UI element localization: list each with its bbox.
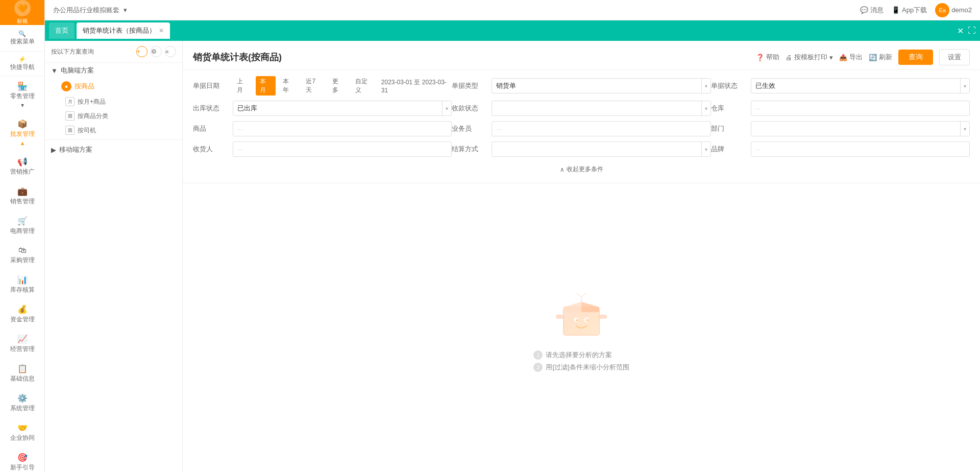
settle-dropdown-btn[interactable]: ▾ [701,142,710,156]
app-logo[interactable]: 🧡 标账 [0,0,45,25]
quick-nav[interactable]: ⚡ 快捷导航 [0,52,44,76]
recipient-input[interactable]: ··· [233,141,452,157]
date-range: 2023-03-01 至 2023-03-31 [381,78,452,94]
tree-by-warehouse[interactable]: 圆 按司机 [45,123,182,137]
bill-type-input[interactable]: 销货单 ▾ [492,78,710,93]
add-scheme-btn[interactable]: + [136,46,148,57]
brand-dots: ··· [755,146,761,153]
help-btn[interactable]: ❓ 帮助 [756,53,779,62]
sidebar-item-finance[interactable]: 💰 资金管理 [0,299,44,329]
sales-label: 销售管理 [10,197,35,206]
receive-status-input[interactable]: ▾ [492,101,710,116]
inventory-icon: 📊 [17,275,28,285]
tab-close-icon[interactable]: ✕ [159,27,164,34]
print-btn[interactable]: 🖨 按模板打印 ▾ [786,53,833,62]
date-last-month[interactable]: 上月 [233,76,253,96]
out-status-input[interactable]: 已出库 ▾ [233,101,452,116]
tree-mobile-label: 移动端方案 [59,145,92,154]
sales-icon: 💼 [17,186,28,196]
brand-input[interactable]: ··· [751,141,970,157]
department-label: 部门 [711,124,747,133]
department-dropdown-btn[interactable]: ▾ [960,122,969,136]
tree-by-goods[interactable]: ● 按商品 [45,78,182,95]
date-this-year[interactable]: 本年 [279,76,299,96]
sidebar-item-basic[interactable]: 📋 基础信息 [0,359,44,388]
sidebar-item-operations[interactable]: 📈 经营管理 [0,329,44,359]
goods-dots: ··· [237,125,243,133]
settle-input[interactable]: ▾ [492,141,710,157]
finance-icon: 💰 [17,304,28,314]
tree-by-category[interactable]: 圆 按商品分类 [45,109,182,123]
refresh-label: 刷新 [879,53,892,62]
ecommerce-icon: 🛒 [17,216,28,226]
bill-status-label: 单据状态 [711,81,747,90]
export-label: 导出 [849,53,863,62]
date-this-month[interactable]: 本月 [256,76,276,96]
tab-report[interactable]: 销货单统计表（按商品） ✕ [77,22,170,39]
page-title: 销货单统计表(按商品) [193,51,282,63]
refresh-btn[interactable]: 🔄 刷新 [869,53,892,62]
bill-status-chevron-icon: ▾ [964,83,966,89]
avatar: Ea [935,3,949,17]
tree-mobile[interactable]: ▶ 移动端方案 [45,142,182,157]
bill-status-dropdown-btn[interactable]: ▾ [960,79,969,93]
message-btn[interactable]: 💬 消息 [860,6,884,15]
salesman-input[interactable]: ··· [492,121,710,136]
sidebar-search[interactable]: 🔍 搜索菜单 [0,25,44,52]
left-panel-title: 按以下方案查询 [51,48,133,56]
collapse-btn[interactable]: ∧ 收起更多条件 [193,162,970,177]
tree-by-month-goods[interactable]: 月 按月+商品 [45,95,182,109]
goods-input[interactable]: ··· [233,121,452,136]
date-custom[interactable]: 自定义 [351,76,377,96]
bill-type-dropdown-btn[interactable]: ▾ [701,79,710,93]
tree-category-icon: 圆 [65,111,75,121]
sidebar-item-purchase[interactable]: 🛍 采购管理 [0,241,44,270]
tab-home-label: 首页 [55,26,68,35]
sidebar-item-system[interactable]: ⚙️ 系统管理 [0,388,44,418]
breadcrumb-chevron: ▾ [124,6,127,14]
sidebar-item-ecommerce[interactable]: 🛒 电商管理 [0,211,44,241]
top-header: 办公用品行业模拟账套 ▾ 💬 消息 📱 App下载 Ea demo2 [45,0,980,20]
department-input[interactable]: ▾ [751,121,970,136]
receive-status-dropdown-btn[interactable]: ▾ [701,101,710,115]
out-status-chevron-icon: ▾ [446,106,448,111]
app-download-btn[interactable]: 📱 App下载 [892,6,927,15]
collapse-panel-btn[interactable]: « [165,46,176,57]
sidebar-item-enterprise[interactable]: 🤝 企业协同 [0,418,44,447]
user-profile[interactable]: Ea demo2 [935,3,972,17]
department-chevron-icon: ▾ [964,126,966,132]
window-maximize-btn[interactable]: ⛶ [968,26,976,35]
settings-scheme-btn[interactable]: ⚙ [151,46,162,57]
settle-chevron-icon: ▾ [705,147,707,152]
date-last-7-days[interactable]: 近7天 [302,76,325,96]
warehouse-input[interactable]: ··· [751,101,970,116]
out-status-dropdown-btn[interactable]: ▾ [442,101,451,115]
search-label: 搜索菜单 [10,38,35,45]
bill-status-input[interactable]: 已生效 ▾ [751,78,970,93]
query-btn[interactable]: 查询 [898,50,933,65]
export-btn[interactable]: 📤 导出 [839,53,863,62]
tab-home[interactable]: 首页 [49,22,75,39]
sidebar-item-marketing[interactable]: 📢 营销推广 [0,152,44,181]
left-panel: 按以下方案查询 + ⚙ « ▼ 电脑端方案 ● [45,41,183,472]
tip-num-1: 1 [533,350,543,360]
filter-row-4: 收货人 ··· 结算方式 ▾ [193,141,970,157]
empty-state: 1 请先选择要分析的方案 2 用[过滤]条件来缩小分析范围 [183,183,980,472]
sidebar-item-sales[interactable]: 💼 销售管理 [0,181,44,211]
sidebar-item-wholesale[interactable]: 📦 批发管理 ▴ [0,114,44,152]
wholesale-icon: 📦 [17,119,28,129]
settings-btn[interactable]: 设置 [939,49,970,65]
refresh-icon: 🔄 [869,54,877,61]
page-title-bar: 销货单统计表(按商品) ❓ 帮助 🖨 按模板打印 ▾ 📤 导出 [183,41,980,70]
svg-point-3 [576,319,578,321]
date-more[interactable]: 更多 [328,76,348,96]
tree-desktop[interactable]: ▼ 电脑端方案 [45,63,182,78]
sidebar-item-inventory[interactable]: 📊 库存核算 [0,270,44,299]
tree-mobile-expand-icon: ▶ [51,146,56,154]
sidebar-item-guide[interactable]: 🎯 新手引导 [0,447,44,472]
window-close-btn[interactable]: ✕ [957,26,964,36]
export-icon: 📤 [839,54,847,61]
sidebar-item-retail[interactable]: 🏪 零售管理 ▾ [0,76,44,114]
message-icon: 💬 [860,6,868,14]
ecommerce-label: 电商管理 [10,227,35,235]
